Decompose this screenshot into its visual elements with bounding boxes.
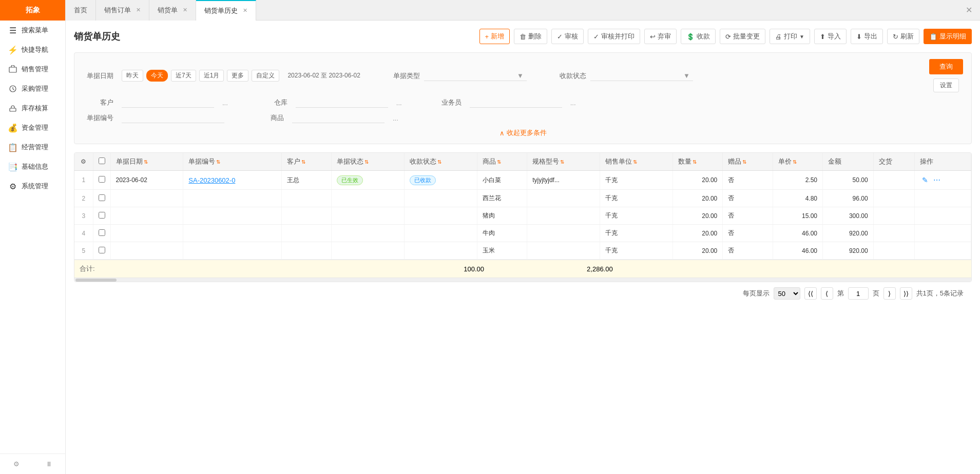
tab-sales-history[interactable]: 销货单历史 ✕	[196, 0, 256, 21]
setting-button[interactable]: 设置	[933, 78, 959, 92]
batch-change-button[interactable]: ⟳ 批量变更	[720, 29, 765, 44]
date-btn-7days[interactable]: 近7天	[171, 70, 196, 82]
collect-button[interactable]: 💲 收款	[681, 29, 716, 44]
page-number-input[interactable]: 1	[848, 287, 869, 300]
warehouse-input[interactable]	[296, 97, 388, 108]
pause-bottom-icon[interactable]: ⏸	[46, 460, 52, 468]
goods-filter-input[interactable]	[292, 113, 385, 123]
audit-print-button[interactable]: ✓ 审核并打印	[588, 29, 640, 44]
th-payment-status[interactable]: 收款状态 ⇅	[405, 153, 477, 171]
th-customer[interactable]: 客户 ⇅	[281, 153, 331, 171]
doc-no-link[interactable]: SA-20230602-0	[188, 176, 235, 184]
th-doc-no[interactable]: 单据编号 ⇅	[183, 153, 282, 171]
sidebar-item-purchase-mgmt[interactable]: 采购管理	[0, 79, 65, 98]
th-quantity[interactable]: 数量 ⇅	[672, 153, 722, 171]
query-button[interactable]: 查询	[929, 59, 963, 74]
scrollbar-thumb[interactable]	[75, 279, 117, 282]
tab-sales-history-close[interactable]: ✕	[243, 7, 247, 14]
cell-customer	[281, 190, 331, 207]
row-checkbox[interactable]	[99, 247, 105, 253]
tab-home[interactable]: 首页	[66, 0, 96, 21]
audit-button[interactable]: ✓ 审核	[551, 29, 584, 44]
row-checkbox[interactable]	[99, 176, 105, 183]
row-checkbox[interactable]	[99, 194, 105, 201]
cell-checkbox[interactable]	[93, 190, 110, 207]
last-page-button[interactable]: ⟩⟩	[900, 287, 912, 300]
sidebar-item-system-mgmt[interactable]: ⚙ 系统管理	[0, 176, 65, 196]
sidebar-item-basic-info[interactable]: 📑 基础信息	[0, 157, 65, 176]
th-doc-status[interactable]: 单据状态 ⇅	[332, 153, 405, 171]
sidebar-item-inventory[interactable]: 库存核算	[0, 98, 65, 118]
abandon-button[interactable]: ↩ 弃审	[644, 29, 677, 44]
select-all-checkbox[interactable]	[99, 157, 105, 164]
cell-spec	[527, 242, 600, 260]
cell-gift: 否	[723, 207, 773, 225]
customer-input[interactable]	[122, 97, 214, 108]
prev-page-button[interactable]: ⟨	[821, 287, 833, 300]
tab-sales-delivery[interactable]: 销货单 ✕	[149, 0, 196, 21]
cell-checkbox[interactable]	[93, 242, 110, 260]
cell-checkbox[interactable]	[93, 207, 110, 225]
display-detail-button[interactable]: 📋 显示明细	[924, 29, 972, 44]
doc-no-input[interactable]	[122, 113, 224, 123]
export-button[interactable]: ⬇ 导出	[851, 29, 883, 44]
th-checkbox[interactable]	[93, 153, 110, 171]
settings-bottom-icon[interactable]: ⚙	[13, 460, 20, 468]
th-doc-date[interactable]: 单据日期 ⇅	[110, 153, 183, 171]
cell-unit-price: 46.00	[773, 225, 822, 242]
th-unit-price[interactable]: 单价 ⇅	[773, 153, 822, 171]
date-quick-group: 昨天 今天 近7天 近1月 更多 自定义	[122, 70, 279, 82]
row-checkbox[interactable]	[99, 212, 105, 219]
salesperson-dots[interactable]: ...	[570, 99, 576, 107]
sidebar-item-sales-mgmt[interactable]: 销售管理	[0, 60, 65, 79]
import-button[interactable]: ⬆ 导入	[814, 29, 847, 44]
first-page-button[interactable]: ⟨⟨	[804, 287, 817, 300]
date-btn-today[interactable]: 今天	[146, 70, 168, 82]
window-close-button[interactable]: ✕	[962, 3, 976, 17]
tab-sales-order[interactable]: 销售订单 ✕	[96, 0, 149, 21]
edit-op-button[interactable]: ✎	[920, 175, 930, 185]
tab-sales-order-label: 销售订单	[104, 6, 131, 15]
payment-status-select[interactable]: ▼	[590, 71, 693, 81]
goods-dots[interactable]: ...	[393, 114, 398, 122]
date-btn-yesterday[interactable]: 昨天	[122, 70, 143, 82]
th-goods[interactable]: 商品 ⇅	[477, 153, 527, 171]
date-btn-custom[interactable]: 自定义	[252, 70, 279, 82]
add-button[interactable]: + 新增	[479, 29, 510, 44]
cell-checkbox[interactable]	[93, 225, 110, 242]
payment-status-arrow-icon: ▼	[683, 72, 690, 80]
horizontal-scrollbar[interactable]	[74, 278, 971, 282]
doc-type-select[interactable]: ▼	[424, 71, 527, 81]
more-op-button[interactable]: ⋯	[932, 175, 942, 185]
next-page-button[interactable]: ⟩	[883, 287, 896, 300]
sidebar-item-quick-nav[interactable]: ⚡ 快捷导航	[0, 40, 65, 60]
tab-sales-order-close[interactable]: ✕	[136, 7, 141, 13]
customer-dots[interactable]: ...	[222, 99, 228, 107]
cell-checkbox[interactable]	[93, 171, 110, 190]
warehouse-dots[interactable]: ...	[396, 99, 402, 107]
collapse-btn[interactable]: ∧ 收起更多条件	[499, 128, 547, 137]
th-gear[interactable]: ⚙	[74, 153, 93, 171]
cell-spec	[527, 225, 600, 242]
delete-button[interactable]: 🗑 删除	[514, 29, 547, 44]
print-button[interactable]: 🖨 打印 ▼	[770, 29, 810, 44]
tab-sales-delivery-close[interactable]: ✕	[183, 7, 187, 13]
per-page-select[interactable]: 50 20 100	[774, 287, 800, 300]
date-btn-more[interactable]: 更多	[227, 70, 248, 82]
date-btn-1month[interactable]: 近1月	[199, 70, 224, 82]
cell-doc-no[interactable]	[183, 225, 282, 242]
th-spec[interactable]: 规格型号 ⇅	[527, 153, 600, 171]
cell-doc-no[interactable]	[183, 190, 282, 207]
refresh-button[interactable]: ↻ 刷新	[887, 29, 919, 44]
sidebar-item-operation[interactable]: 📋 经营管理	[0, 137, 65, 157]
cell-doc-no[interactable]: SA-20230602-0	[183, 171, 282, 190]
sidebar-item-search-menu[interactable]: ☰ 搜索菜单	[0, 21, 65, 40]
cell-doc-no[interactable]	[183, 207, 282, 225]
cell-doc-no[interactable]	[183, 242, 282, 260]
salesperson-input[interactable]	[470, 97, 562, 108]
th-gift[interactable]: 赠品 ⇅	[723, 153, 773, 171]
th-sales-unit[interactable]: 销售单位 ⇅	[600, 153, 673, 171]
row-checkbox[interactable]	[99, 229, 105, 236]
inventory-icon	[8, 104, 17, 113]
sidebar-item-finance[interactable]: 💰 资金管理	[0, 118, 65, 137]
